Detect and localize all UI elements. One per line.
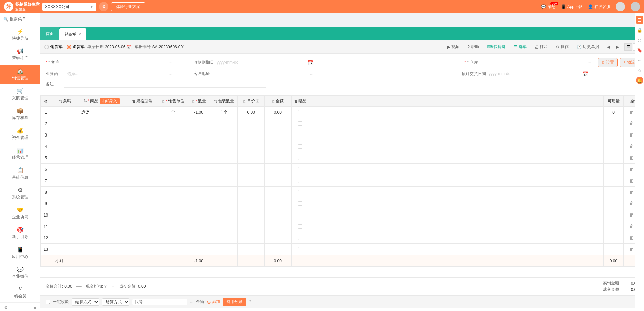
row-spec[interactable] [125, 209, 159, 221]
sidebar-item-marketing[interactable]: 📢 营销推广 [0, 45, 40, 65]
row-spec[interactable] [125, 141, 159, 152]
row-barcode[interactable] [51, 175, 78, 187]
gift-sort[interactable]: ⇅ 赠品 [294, 98, 306, 104]
row-barcode[interactable] [51, 244, 78, 255]
warehouse-input[interactable]: 建材仓 [484, 59, 585, 66]
right-panel-notification-icon[interactable]: 🔔 [636, 77, 643, 84]
customer-address-input[interactable] [214, 70, 307, 77]
row-amount[interactable] [264, 118, 291, 129]
customer-dots[interactable]: ··· [167, 60, 174, 65]
row-barcode[interactable] [51, 141, 78, 152]
row-spec[interactable] [125, 187, 159, 198]
price-sort[interactable]: ⇅ 单价 ⓘ [243, 98, 259, 104]
row-spec[interactable] [125, 164, 159, 175]
row-unit[interactable] [159, 232, 187, 244]
gift-checkbox[interactable] [298, 213, 302, 217]
right-panel-lock-icon[interactable]: 🔒 [636, 26, 643, 34]
spec-sort[interactable]: ⇅ 规格型号 [132, 98, 152, 104]
setting-button[interactable]: ⊙ ⊙ 设置设置 [598, 58, 617, 67]
row-unit[interactable] [159, 152, 187, 164]
row-qty[interactable] [187, 232, 211, 244]
row-unit[interactable] [159, 244, 187, 255]
delete-row-icon[interactable]: 🗑 [629, 224, 634, 229]
row-barcode[interactable] [51, 129, 78, 141]
row-unit[interactable] [159, 221, 187, 232]
experience-industry-button[interactable]: 体验行业方案 [111, 2, 145, 11]
list-view-button[interactable]: ☰ [624, 43, 632, 51]
cash-discount-info[interactable]: ? [104, 284, 107, 289]
row-pkgqty[interactable] [211, 152, 237, 164]
doc-type-sale-radio[interactable]: 销货单 [44, 44, 63, 50]
messages-button[interactable]: 💬 消息 99+ [541, 4, 556, 10]
gift-checkbox[interactable] [298, 121, 302, 126]
sidebar-item-basics[interactable]: 📋 基础信息 [0, 164, 40, 184]
user-avatar[interactable] [616, 2, 625, 11]
delete-row-icon[interactable]: 🗑 [629, 166, 634, 172]
sidebar-item-wechat[interactable]: 💬 企业微信 [0, 263, 40, 283]
online-service-button[interactable]: 👤 在线客服 [588, 4, 610, 10]
tab-sales-order[interactable]: 销货单 × [59, 28, 86, 40]
row-barcode[interactable] [51, 187, 78, 198]
gift-checkbox[interactable] [298, 236, 302, 240]
price-info-icon[interactable]: ⓘ [256, 99, 259, 104]
gift-checkbox[interactable] [298, 167, 302, 171]
row-product[interactable] [78, 244, 125, 255]
row-amount[interactable] [264, 152, 291, 164]
app-download-button[interactable]: 📱 App下载 [561, 4, 582, 10]
tab-close-icon[interactable]: × [79, 32, 81, 37]
row-pkgqty[interactable] [211, 198, 237, 209]
salesperson-input[interactable] [66, 70, 166, 77]
delete-row-icon[interactable]: 🗑 [629, 132, 634, 138]
delete-row-icon[interactable]: 🗑 [629, 109, 634, 115]
row-amount[interactable] [264, 209, 291, 221]
row-barcode[interactable] [51, 152, 78, 164]
row-price[interactable] [237, 221, 264, 232]
row-product[interactable] [78, 107, 125, 118]
shortcut-button[interactable]: ⌨ 快捷键 [484, 43, 508, 51]
expense-split-button[interactable]: 费用分摊 [223, 298, 246, 306]
row-qty[interactable]: -1.00 [187, 107, 211, 118]
one-click-label[interactable]: 一键收款 [53, 299, 69, 305]
row-qty[interactable] [187, 141, 211, 152]
row-price[interactable]: 0.00 [237, 107, 264, 118]
next-button[interactable]: ▶ [613, 44, 622, 50]
right-panel-list-icon[interactable]: ☰ [636, 16, 643, 24]
right-panel-target-icon[interactable]: ◎ [636, 36, 643, 44]
doc-type-return-radio[interactable]: 退货单 [67, 44, 85, 50]
calendar-icon[interactable]: 📅 [127, 45, 132, 49]
row-product[interactable] [78, 129, 125, 141]
tab-home[interactable]: 首页 [40, 27, 59, 40]
row-spec[interactable] [125, 118, 159, 129]
row-barcode[interactable] [51, 232, 78, 244]
row-product[interactable] [78, 232, 125, 244]
row-barcode[interactable] [51, 209, 78, 221]
row-qty[interactable] [187, 164, 211, 175]
warehouse-dots[interactable]: ··· [586, 60, 592, 65]
row-pkgqty[interactable] [211, 232, 237, 244]
row-spec[interactable] [125, 129, 159, 141]
account-input[interactable] [132, 299, 187, 305]
delete-row-icon[interactable]: 🗑 [629, 189, 634, 195]
gift-checkbox[interactable] [298, 190, 302, 194]
row-unit[interactable] [159, 187, 187, 198]
prev-button[interactable]: ◀ [604, 44, 613, 50]
row-amount[interactable] [264, 164, 291, 175]
sidebar-search[interactable]: 🔍 搜索菜单 [0, 13, 40, 25]
row-pkgqty[interactable] [211, 118, 237, 129]
gift-checkbox[interactable] [298, 110, 302, 114]
delete-row-icon[interactable]: 🗑 [629, 144, 634, 149]
row-amount[interactable] [264, 129, 291, 141]
unit-sort[interactable]: ⇅ *销售单位 [162, 98, 184, 104]
row-price[interactable] [237, 152, 264, 164]
row-product[interactable] [78, 141, 125, 152]
sidebar-item-inventory[interactable]: 📦 库存核算 [0, 104, 40, 124]
row-gift[interactable] [291, 175, 309, 187]
row-price[interactable] [237, 198, 264, 209]
product-sort[interactable]: ⇅ *商品 [84, 98, 98, 104]
row-pkgqty[interactable] [211, 129, 237, 141]
row-price[interactable] [237, 118, 264, 129]
expected-date-calendar-icon[interactable]: 📅 [581, 71, 590, 77]
print-button[interactable]: 🖨 打印 [532, 43, 551, 51]
delete-row-icon[interactable]: 🗑 [629, 201, 634, 206]
row-pkgqty[interactable] [211, 244, 237, 255]
